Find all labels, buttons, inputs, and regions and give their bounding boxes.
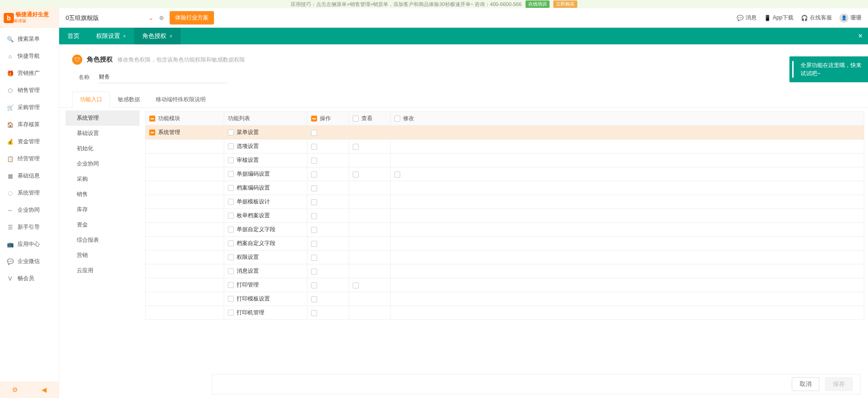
category-item-1[interactable]: 基础设置 xyxy=(66,126,140,141)
org-selector[interactable]: 0五组旗舰版 ⌄ xyxy=(66,14,153,22)
category-item-7[interactable]: 资金 xyxy=(66,217,140,233)
checkbox-list[interactable] xyxy=(228,199,234,205)
name-value: 财务 xyxy=(98,71,227,83)
checkbox-op[interactable] xyxy=(311,227,317,233)
sidebar-item-13[interactable]: 💬企业微信 xyxy=(0,253,59,270)
sidebar-item-6[interactable]: 💰资金管理 xyxy=(0,133,59,150)
checkbox-edit-all[interactable] xyxy=(394,116,400,122)
chevron-down-icon: ⌄ xyxy=(148,14,153,21)
sidebar-item-label: 新手引导 xyxy=(18,223,40,231)
checkbox-op[interactable] xyxy=(311,296,317,302)
checkbox-view[interactable] xyxy=(353,171,359,178)
checkbox-view[interactable] xyxy=(353,282,359,288)
side-menu: 🔍搜索菜单⌂快捷导航🎁营销推广⬠销售管理🛒采购管理🏠库存核算💰资金管理📋经营管理… xyxy=(0,28,59,381)
checkbox-module-all[interactable] xyxy=(149,116,155,122)
permission-grid-wrap[interactable]: 功能模块 功能列表 操作 查看 修改 系统管理菜单设置选项设置审核设置单据编码设… xyxy=(140,108,868,398)
checkbox-op-all[interactable] xyxy=(311,116,317,122)
user-menu[interactable]: 👤珊珊 xyxy=(839,13,862,23)
subtab-1[interactable]: 敏感数据 xyxy=(110,92,148,107)
gear-icon[interactable]: ⚙ xyxy=(159,15,164,21)
checkbox-list[interactable] xyxy=(228,143,234,149)
tab-0[interactable]: 首页 xyxy=(59,28,88,44)
subtab-2[interactable]: 移动端特殊权限说明 xyxy=(148,92,214,107)
checkbox-list[interactable] xyxy=(228,268,234,274)
cancel-button[interactable]: 取消 xyxy=(792,377,819,391)
checkbox-list[interactable] xyxy=(228,296,234,302)
close-icon[interactable]: × xyxy=(123,33,126,39)
sidebar-item-12[interactable]: 📺应用中心 xyxy=(0,236,59,253)
sidebar-item-1[interactable]: ⌂快捷导航 xyxy=(0,48,59,65)
checkbox-op[interactable] xyxy=(311,213,317,219)
category-item-4[interactable]: 采购 xyxy=(66,171,140,187)
checkbox-list[interactable] xyxy=(228,310,234,316)
checkbox-list[interactable] xyxy=(228,157,234,163)
category-item-10[interactable]: 云应用 xyxy=(66,263,140,278)
category-item-3[interactable]: 企业协同 xyxy=(66,156,140,171)
category-item-9[interactable]: 营销 xyxy=(66,248,140,263)
sidebar-item-7[interactable]: 📋经营管理 xyxy=(0,150,59,167)
experience-button[interactable]: 体验行业方案 xyxy=(170,11,214,24)
sidebar: b 畅捷通好生意 标准版 🔍搜索菜单⌂快捷导航🎁营销推广⬠销售管理🛒采购管理🏠库… xyxy=(0,8,59,398)
checkbox-list[interactable] xyxy=(228,240,234,246)
gift-icon: 🎁 xyxy=(6,70,14,77)
checkbox-list[interactable] xyxy=(228,282,234,288)
sidebar-item-5[interactable]: 🏠库存核算 xyxy=(0,116,59,133)
checkbox-list[interactable] xyxy=(228,213,234,219)
checkbox-view[interactable] xyxy=(353,144,359,150)
checkbox-op[interactable] xyxy=(311,269,317,275)
checkbox-op[interactable] xyxy=(311,199,317,205)
category-item-0[interactable]: 系统管理 xyxy=(66,110,140,126)
headset-icon: 🎧 xyxy=(801,15,808,21)
grid-row: 打印管理 xyxy=(146,278,864,292)
sidebar-item-4[interactable]: 🛒采购管理 xyxy=(0,99,59,116)
app-download-link[interactable]: 📱App下载 xyxy=(764,14,794,22)
training-button[interactable]: 在线培训 xyxy=(526,0,550,8)
checkbox-op[interactable] xyxy=(311,282,317,288)
sidebar-item-0[interactable]: 🔍搜索菜单 xyxy=(0,31,59,48)
col-module: 功能模块 xyxy=(146,112,224,126)
buy-button[interactable]: 立即购买 xyxy=(553,0,577,8)
phone-icon: 📱 xyxy=(764,15,771,21)
sidebar-item-11[interactable]: ☰新手引导 xyxy=(0,219,59,236)
sidebar-item-label: 基础信息 xyxy=(18,172,40,180)
sidebar-item-14[interactable]: V畅会员 xyxy=(0,270,59,287)
checkbox-list[interactable] xyxy=(228,185,234,191)
category-item-6[interactable]: 库存 xyxy=(66,202,140,217)
checkbox-op[interactable] xyxy=(311,241,317,247)
sidebar-item-8[interactable]: ▦基础信息 xyxy=(0,167,59,184)
tabstrip: 首页权限设置×角色授权×× xyxy=(59,28,868,44)
sidebar-item-3[interactable]: ⬠销售管理 xyxy=(0,82,59,99)
checkbox-section-module[interactable] xyxy=(149,129,155,135)
service-link[interactable]: 🎧在线客服 xyxy=(801,14,832,22)
tab-1[interactable]: 权限设置× xyxy=(88,28,134,44)
checkbox-list[interactable] xyxy=(228,227,234,233)
checkbox-list[interactable] xyxy=(228,254,234,260)
messages-link[interactable]: 💬消息 xyxy=(737,14,757,22)
tab-2[interactable]: 角色授权× xyxy=(134,28,180,44)
checkbox-section-op[interactable] xyxy=(311,130,317,136)
category-item-2[interactable]: 初始化 xyxy=(66,141,140,156)
checkbox-op[interactable] xyxy=(311,158,317,164)
close-icon[interactable]: × xyxy=(169,33,172,39)
search-icon: 🔍 xyxy=(6,36,14,43)
sidebar-item-10[interactable]: ↔企业协同 xyxy=(0,202,59,219)
category-item-5[interactable]: 销售 xyxy=(66,187,140,202)
checkbox-list[interactable] xyxy=(228,171,234,177)
collapse-icon[interactable]: ◀ xyxy=(42,386,47,393)
sidebar-item-9[interactable]: ◌系统管理 xyxy=(0,184,59,202)
checkbox-view-all[interactable] xyxy=(353,116,359,122)
checkbox-op[interactable] xyxy=(311,171,317,178)
checkbox-op[interactable] xyxy=(311,255,317,261)
checkbox-op[interactable] xyxy=(311,185,317,191)
checkbox-edit[interactable] xyxy=(394,171,400,178)
sidebar-item-2[interactable]: 🎁营销推广 xyxy=(0,65,59,82)
category-item-8[interactable]: 综合报表 xyxy=(66,233,140,248)
checkbox-op[interactable] xyxy=(311,310,317,316)
subtab-0[interactable]: 功能入口 xyxy=(72,92,110,108)
checkbox-section-list[interactable] xyxy=(228,129,234,135)
settings-icon[interactable]: ⚙ xyxy=(12,386,18,393)
category-list: 系统管理基础设置初始化企业协同采购销售库存资金综合报表营销云应用 xyxy=(66,108,140,398)
close-all-tabs[interactable]: × xyxy=(853,28,868,44)
checkbox-op[interactable] xyxy=(311,144,317,150)
shield-icon: 🛡 xyxy=(72,55,82,65)
